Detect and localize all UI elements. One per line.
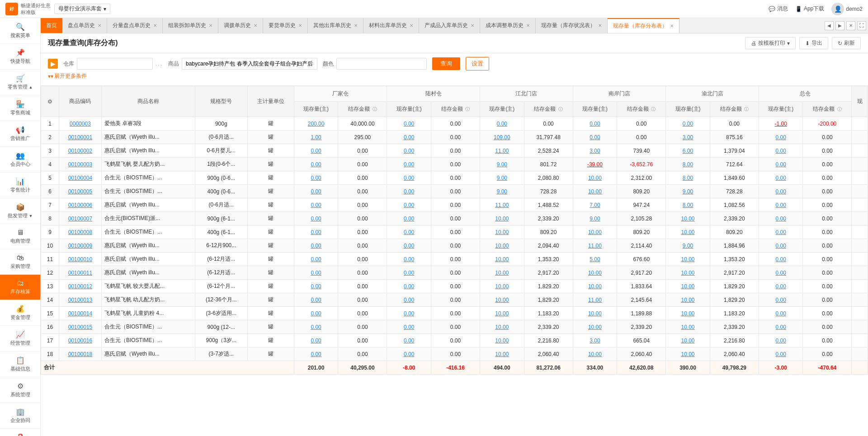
chevron-down-icon: ▾ bbox=[104, 6, 106, 12]
topbar-right: 💬 消息 📱 App下载 👤 demo2 bbox=[769, 3, 863, 15]
messages-btn[interactable]: 💬 消息 bbox=[769, 5, 788, 13]
download-icon: 📱 bbox=[795, 6, 802, 12]
app-download-btn[interactable]: 📱 App下载 bbox=[795, 5, 824, 13]
message-icon: 💬 bbox=[769, 6, 775, 12]
topbar-left: 好 畅捷通好生意 标准版 母婴行业演示库套 ▾ bbox=[5, 2, 110, 15]
avatar: 👤 bbox=[831, 3, 844, 15]
logo-icon: 好 bbox=[5, 3, 18, 15]
industry-selector[interactable]: 母婴行业演示库套 ▾ bbox=[54, 4, 110, 14]
user-area[interactable]: 👤 demo2 bbox=[831, 3, 863, 15]
logo-area: 好 畅捷通好生意 标准版 bbox=[5, 2, 51, 15]
topbar: 好 畅捷通好生意 标准版 母婴行业演示库套 ▾ 💬 消息 📱 App下载 👤 d… bbox=[0, 0, 868, 18]
logo-text: 畅捷通好生意 标准版 bbox=[21, 2, 51, 15]
